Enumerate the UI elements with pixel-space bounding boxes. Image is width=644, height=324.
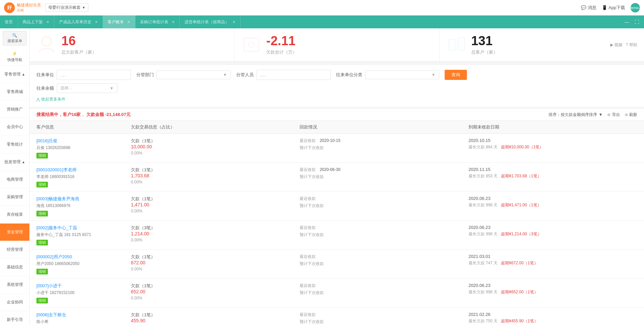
sidebar-item-marketing[interactable]: 营销推广 [0,101,29,118]
stat-amount-info: -2.11 欠款合计（万） [266,34,297,55]
recovery-cell-4: 最近收款 预计下次收款 [300,254,468,267]
collapse-icon: ⋀ [36,97,40,102]
tab-close-icon[interactable]: ✕ [232,20,235,24]
sidebar-item-finance[interactable]: 资金管理 [0,224,29,241]
sort-select[interactable]: 排序：按欠款金额倒序排序 ▼ [549,112,603,118]
svg-rect-9 [458,45,460,46]
due-cell-6: 2021.02.26 最长欠款 750 天 超期¥455.90（1笔） [469,312,637,324]
filter-row-2: 往来余额 选择... ▼ [36,83,637,93]
person-label: 分管人员 [236,72,254,78]
stat-total-info: 131 总客户（家） [471,34,498,55]
category-input[interactable]: ▼ [365,70,439,79]
recovery-cell-2: 最近收款 预计下次收款 [300,196,468,209]
customer-tag-1: 现销 [36,182,48,187]
sidebar-item-basic-info[interactable]: 基础信息 [0,259,29,276]
logo: 好 畅捷通好生意 示例 [4,2,41,13]
tab-goods-stats[interactable]: 进货单统计表（按商品） ✕ [180,16,241,28]
balance-input[interactable]: 选择... ▼ [57,83,117,93]
tab-close-icon[interactable]: ✕ [127,20,130,24]
sidebar-item-retail-mgmt[interactable]: 零售管理 ▲ [0,66,29,83]
app-download-btn[interactable]: 📱 App下载 [602,5,625,11]
collapse-filter-btn[interactable]: ⋀ 收起更多条件 [36,96,637,102]
customer-input[interactable]: ... [57,70,131,80]
message-btn[interactable]: 💬 消息 [581,5,596,11]
tab-minimize-btn[interactable]: — [623,19,631,25]
person-input[interactable]: ... [256,70,331,80]
help-icon: ? [626,42,628,47]
svg-rect-3 [458,37,465,50]
search-menu-btn[interactable]: 🔍 搜索菜单 [3,31,27,46]
customer-name-1[interactable]: [0001020001]李老师 [36,167,131,173]
debt-cell-5: 欠款（1笔） 652.00 0.00% [131,283,300,300]
search-button[interactable]: 查询 [445,70,467,80]
view-btn[interactable]: ▶ 视频 [610,42,622,48]
dept-input[interactable]: ▼ [157,70,231,79]
top-left: 好 畅捷通好生意 示例 母婴行业演示账套 ▼ [4,2,88,13]
tab-maximize-btn[interactable]: ⛶ [633,19,641,25]
customer-cell-5: [0007]小进干 小进干 18279152100 现销 [36,283,131,303]
table-header: 客户信息 欠款交易信息（占比） 回款情况 到期未收款日期 [30,121,644,134]
sidebar-item-system[interactable]: 系统管理 [0,276,29,294]
sidebar-item-operations[interactable]: 经营管理 [0,241,29,259]
svg-rect-1 [244,38,259,52]
filter-customer: 往来单位 ... [36,70,131,80]
tab-close-icon[interactable]: ✕ [172,20,175,24]
sidebar-item-beginner[interactable]: 新手引导 [0,311,29,324]
table-row: [0002]服务中心_丁磊 服务中心_丁磊 181 0125 8371 现销 欠… [30,221,644,250]
customer-sub-2: 海燕 18513066976 [36,203,131,209]
refresh-btn[interactable]: ⊙ 刷新 [625,112,637,118]
sidebar-item-quick-nav[interactable]: ⚡ 快捷导航 [0,48,29,66]
sidebar-item-ecommerce[interactable]: 电商管理 [0,171,29,188]
sidebar-item-retail-stats[interactable]: 零售统计 [0,136,29,153]
customer-name-0[interactable]: [0016]吕俊 [36,138,131,144]
main-content: 16 总欠款客户（家） -2.11 欠款合计（万） [30,28,644,324]
sidebar-item-member[interactable]: 会员中心 [0,118,29,136]
tab-home[interactable]: 首页 [0,16,18,28]
tab-customer-ledger[interactable]: 客户账本 ✕ [103,16,135,28]
stat-debt-label: 总欠款客户（家） [61,49,96,55]
help-btn[interactable]: ? 帮助 [626,42,637,48]
svg-rect-5 [449,44,451,46]
sidebar-item-enterprise-collab[interactable]: 企业协同 [0,294,29,311]
stat-right-actions: ▶ 视频 ? 帮助 [610,42,637,48]
col-recovery: 回款情况 [300,124,468,130]
debt-cell-6: 欠款（1笔） 455.90 0.00% [131,312,300,324]
tab-actions: — ⛶ [620,19,644,25]
tab-close-icon[interactable]: ✕ [46,20,49,24]
filter-category: 往来单位分类 ▼ [336,70,439,79]
col-debt-info: 欠款交易信息（占比） [131,124,300,130]
col-due-date: 到期未收款日期 [469,124,637,130]
customer-tag-0: 现销 [36,153,48,158]
stat-total-customers: 131 总客户（家） ▶ 视频 ? 帮助 [440,28,644,61]
balance-label: 往来余额 [36,85,54,91]
tab-close-icon[interactable]: ✕ [95,20,98,24]
export-btn[interactable]: ⊙ 导出 [607,112,620,118]
debt-amount-icon [241,35,261,55]
store-selector[interactable]: 母婴行业演示账套 ▼ [45,3,88,12]
tab-product-listing[interactable]: 商品上下架 ✕ [18,16,54,28]
customer-cell-1: [0001020001]李老师 李老师 18600391516 现销 [36,167,131,187]
due-date-0: 2020.10.15 [469,138,637,143]
video-icon: ▶ [610,42,613,47]
main-layout: 🔍 搜索菜单 ⚡ 快捷导航 零售管理 ▲ 零售商城 营销推广 会员中心 零售统计… [0,28,644,324]
debt-amount-1[interactable]: 1,703.68 [131,173,300,178]
svg-rect-6 [449,47,451,48]
customer-name-2[interactable]: [0003]畅捷服务尹海燕 [36,196,131,202]
sidebar-item-retail-mall[interactable]: 零售商城 [0,83,29,101]
customer-label: 往来单位 [36,72,54,78]
tab-purchase-stats[interactable]: 采购订单统计表 ✕ [135,16,180,28]
table-row: [0016]吕俊 吕俊 13026203696 现销 欠款（1笔） 10,000… [30,134,644,163]
user-avatar[interactable]: demo2 [631,3,640,12]
stat-debt-number: 16 [61,34,96,47]
mobile-icon: 📱 [602,5,607,10]
tab-production-history[interactable]: 产成品入库单历史 ✕ [54,16,103,28]
sidebar-item-inventory[interactable]: 库存核算 [0,206,29,224]
recovery-cell-5: 最近收款 预计下次收款 [300,283,468,296]
overdue-link-0[interactable]: 超期¥10,000.00（1笔） [501,145,544,149]
sidebar-item-wholesale[interactable]: 批发管理 ▲ [0,153,29,171]
nav-icon: ⚡ [12,51,17,56]
debt-amount-0[interactable]: 10,000.00 [131,144,300,149]
sidebar-item-purchase[interactable]: 采购管理 [0,188,29,206]
sidebar-search-area: 🔍 搜索菜单 [0,28,29,48]
debt-ratio-1: 0.00% [131,180,300,184]
